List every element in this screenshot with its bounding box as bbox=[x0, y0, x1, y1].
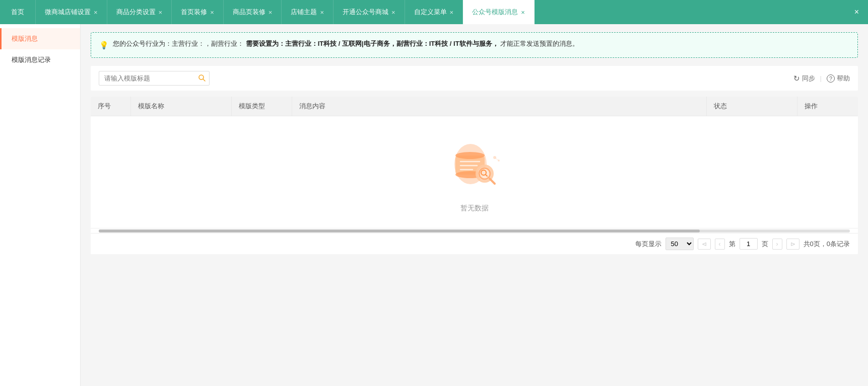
page-size-select[interactable]: 50 10 20 100 bbox=[665, 238, 694, 250]
close-icon-shop-theme[interactable]: × bbox=[320, 9, 324, 16]
nav-item-custom-menu[interactable]: 自定义菜单 × bbox=[405, 0, 463, 24]
alert-highlight: 需要设置为：主营行业：IT科技 / 互联网|电子商务，副营行业：IT科技 / I… bbox=[246, 40, 499, 47]
page-number-input[interactable] bbox=[740, 238, 758, 250]
nav-item-home-decor[interactable]: 首页装修 × bbox=[172, 0, 224, 24]
empty-state: 暂无数据 bbox=[91, 116, 858, 228]
search-input-wrap bbox=[99, 71, 210, 86]
th-action: 操作 bbox=[797, 97, 858, 116]
sync-button[interactable]: ↻ 同步 bbox=[793, 74, 815, 83]
th-name: 模版名称 bbox=[131, 97, 232, 116]
sidebar-item-template-message-log-label: 模版消息记录 bbox=[12, 56, 51, 63]
nav-item-template-msg[interactable]: 公众号模版消息 × bbox=[463, 0, 535, 24]
pagination-bar: 每页显示 50 10 20 100 ⊲ ‹ 第 页 › ⊳ 共0页，0条记录 bbox=[91, 233, 858, 254]
divider: | bbox=[820, 74, 822, 82]
help-button[interactable]: ? 帮助 bbox=[827, 74, 850, 83]
close-icon-product-decor[interactable]: × bbox=[269, 9, 273, 16]
main-layout: 模版消息 模版消息记录 💡 您的公众号行业为：主营行业：，副营行业： 需要设置为… bbox=[0, 24, 868, 386]
nav-label-custom-menu: 自定义菜单 bbox=[414, 8, 447, 17]
svg-line-12 bbox=[490, 179, 495, 184]
search-left bbox=[99, 71, 210, 86]
alert-suffix: 才能正常发送预置的消息。 bbox=[500, 40, 579, 47]
close-icon-category-settings[interactable]: × bbox=[159, 9, 163, 16]
nav-label-template-msg: 公众号模版消息 bbox=[472, 8, 518, 17]
page-size-label: 每页显示 bbox=[635, 240, 661, 249]
th-index: 序号 bbox=[91, 97, 131, 116]
next-page-button[interactable]: › bbox=[772, 239, 782, 250]
sidebar: 模版消息 模版消息记录 bbox=[0, 24, 81, 386]
first-page-button[interactable]: ⊲ bbox=[698, 239, 711, 250]
nav-label-shop-settings: 微商城店铺设置 bbox=[45, 8, 91, 17]
page-prefix: 第 bbox=[729, 240, 736, 249]
last-page-button[interactable]: ⊳ bbox=[786, 239, 799, 250]
close-all-button[interactable]: × bbox=[845, 8, 868, 17]
alert-prefix: 您的公众号行业为：主营行业：，副营行业： bbox=[113, 40, 244, 47]
help-label: 帮助 bbox=[837, 74, 850, 83]
nav-item-home[interactable]: 首页 bbox=[0, 0, 36, 24]
nav-item-home-label: 首页 bbox=[11, 8, 24, 17]
empty-illustration bbox=[444, 136, 505, 197]
scrollbar[interactable] bbox=[91, 228, 858, 233]
th-content: 消息内容 bbox=[292, 97, 707, 116]
top-navigation: 首页 微商城店铺设置 × 商品分类设置 × 首页装修 × 商品页装修 × 店铺主… bbox=[0, 0, 868, 24]
sync-icon: ↻ bbox=[793, 74, 800, 83]
close-icon-open-mall[interactable]: × bbox=[391, 9, 395, 16]
sync-label: 同步 bbox=[802, 74, 815, 83]
empty-text: 暂无数据 bbox=[460, 204, 489, 213]
search-area: ↻ 同步 | ? 帮助 bbox=[91, 66, 858, 91]
table-header: 序号 模版名称 模版类型 消息内容 状态 操作 bbox=[91, 97, 858, 116]
pagination-summary: 共0页，0条记录 bbox=[804, 240, 850, 249]
nav-label-shop-theme: 店铺主题 bbox=[291, 8, 317, 17]
sidebar-item-template-message[interactable]: 模版消息 bbox=[0, 28, 80, 49]
close-icon-custom-menu[interactable]: × bbox=[450, 9, 454, 16]
prev-page-button[interactable]: ‹ bbox=[715, 239, 725, 250]
search-input[interactable] bbox=[99, 71, 210, 86]
page-unit: 页 bbox=[762, 240, 768, 249]
nav-label-product-decor: 商品页装修 bbox=[233, 8, 265, 17]
nav-item-product-decor[interactable]: 商品页装修 × bbox=[224, 0, 282, 24]
close-icon-template-msg[interactable]: × bbox=[521, 9, 525, 16]
alert-icon: 💡 bbox=[99, 39, 109, 51]
svg-line-1 bbox=[203, 79, 205, 81]
search-button[interactable] bbox=[198, 74, 206, 83]
close-icon-shop-settings[interactable]: × bbox=[94, 9, 98, 16]
scrollbar-track bbox=[99, 229, 850, 233]
close-icon-home-decor[interactable]: × bbox=[210, 9, 214, 16]
search-icon bbox=[198, 74, 206, 82]
scrollbar-thumb bbox=[99, 229, 700, 233]
nav-item-shop-settings[interactable]: 微商城店铺设置 × bbox=[36, 0, 107, 24]
sidebar-item-template-message-label: 模版消息 bbox=[12, 35, 38, 42]
nav-label-home-decor: 首页装修 bbox=[181, 8, 207, 17]
nav-item-category-settings[interactable]: 商品分类设置 × bbox=[107, 0, 172, 24]
nav-label-open-mall: 开通公众号商城 bbox=[343, 8, 388, 17]
svg-line-17 bbox=[495, 158, 499, 161]
nav-item-shop-theme[interactable]: 店铺主题 × bbox=[282, 0, 333, 24]
nav-item-open-mall[interactable]: 开通公众号商城 × bbox=[333, 0, 405, 24]
main-content: 💡 您的公众号行业为：主营行业：，副营行业： 需要设置为：主营行业：IT科技 /… bbox=[81, 24, 868, 386]
svg-point-4 bbox=[455, 152, 485, 159]
search-right: ↻ 同步 | ? 帮助 bbox=[793, 74, 850, 83]
data-table: 序号 模版名称 模版类型 消息内容 状态 操作 bbox=[91, 97, 858, 254]
alert-banner: 💡 您的公众号行业为：主营行业：，副营行业： 需要设置为：主营行业：IT科技 /… bbox=[91, 32, 858, 58]
th-status: 状态 bbox=[707, 97, 797, 116]
nav-label-category-settings: 商品分类设置 bbox=[116, 8, 156, 17]
alert-text: 您的公众号行业为：主营行业：，副营行业： 需要设置为：主营行业：IT科技 / 互… bbox=[113, 39, 579, 49]
help-icon: ? bbox=[827, 74, 835, 83]
th-type: 模版类型 bbox=[232, 97, 292, 116]
sidebar-item-template-message-log[interactable]: 模版消息记录 bbox=[0, 49, 80, 70]
